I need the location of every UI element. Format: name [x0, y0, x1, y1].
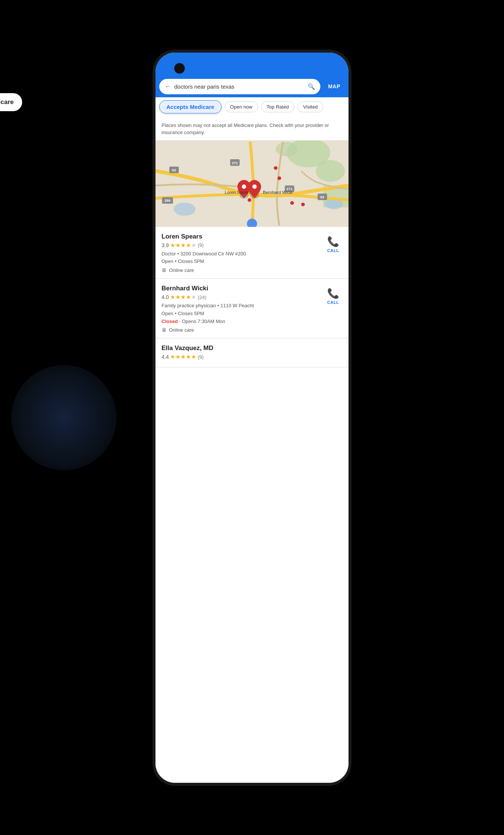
- svg-text:286: 286: [164, 198, 171, 202]
- rating-number: 3.9: [161, 242, 169, 248]
- filter-accepts-medicare[interactable]: Accepts Medicare: [159, 100, 222, 113]
- rating-row: 4.4 ★ ★ ★ ★ ★ (9): [161, 353, 343, 360]
- svg-point-18: [242, 184, 246, 189]
- search-bar-area: ← doctors near paris texas 🔍 MAP: [155, 53, 349, 97]
- rating-number: 4.4: [161, 354, 169, 360]
- svg-point-24: [290, 201, 294, 205]
- doctor-info-ella-vazquez: Ella Vazquez, MD 4.4 ★ ★ ★ ★ ★: [161, 344, 343, 362]
- star-5: ★: [191, 242, 196, 249]
- star-2: ★: [175, 294, 180, 300]
- map-svg: 82 271 271 82 286: [155, 140, 349, 227]
- closed-text: Closed: [161, 319, 178, 324]
- content-area: Places shown may not accept all Medicare…: [155, 116, 349, 783]
- online-care-row: 🖥 Online care: [161, 327, 320, 333]
- filter-top-rated[interactable]: Top Rated: [261, 101, 294, 112]
- online-care-text: Online care: [169, 267, 194, 273]
- back-arrow-icon[interactable]: ←: [164, 83, 171, 91]
- svg-point-20: [252, 184, 257, 189]
- star-2: ★: [175, 353, 180, 360]
- star-2: ★: [175, 242, 180, 249]
- star-3: ★: [181, 242, 186, 249]
- call-phone-icon: 📞: [327, 236, 339, 248]
- online-care-text: Online care: [169, 327, 194, 333]
- svg-point-21: [247, 198, 251, 202]
- background-blob: [11, 365, 116, 470]
- online-care-icon: 🖥: [161, 327, 167, 333]
- search-query: doctors near paris texas: [174, 83, 305, 90]
- call-label: CALL: [327, 248, 339, 253]
- star-1: ★: [170, 353, 175, 360]
- filter-row: Accepts Medicare Open now Top Rated Visi…: [155, 97, 349, 116]
- search-icon[interactable]: 🔍: [308, 83, 315, 90]
- doctor-status: Open • Closes 5PM: [161, 310, 320, 318]
- doctor-list: Loren Spears 3.9 ★ ★ ★ ★ ★ (9: [155, 227, 349, 368]
- call-button-loren-spears[interactable]: 📞 CALL: [324, 233, 343, 256]
- star-4: ★: [186, 294, 191, 300]
- online-care-row: 🖥 Online care: [161, 267, 320, 273]
- rating-row: 3.9 ★ ★ ★ ★ ★ (9): [161, 242, 320, 249]
- call-button-bernhard-wicki[interactable]: 📞 CALL: [324, 285, 343, 308]
- filter-visited[interactable]: Visited: [297, 101, 323, 112]
- call-label: CALL: [327, 300, 339, 305]
- svg-text:82: 82: [172, 168, 176, 172]
- doctor-item-bernhard-wicki[interactable]: Bernhard Wicki 4.0 ★ ★ ★ ★ ★: [155, 279, 349, 338]
- medicare-notice: Places shown may not accept all Medicare…: [155, 116, 349, 140]
- svg-point-25: [301, 202, 305, 206]
- svg-point-6: [174, 202, 195, 216]
- doctor-name: Loren Spears: [161, 233, 320, 240]
- online-care-icon: 🖥: [161, 267, 167, 273]
- review-count: (9): [198, 354, 204, 360]
- doctor-status: Open • Closes 5PM: [161, 258, 320, 266]
- star-3: ★: [181, 353, 186, 360]
- review-count: (9): [198, 242, 204, 248]
- doctor-name: Ella Vazquez, MD: [161, 344, 343, 352]
- tooltip-text: Accepts Medicare: [0, 98, 14, 106]
- svg-point-3: [276, 142, 297, 156]
- review-count: (24): [198, 294, 206, 300]
- svg-text:Bernhard Wicki: Bernhard Wicki: [263, 190, 293, 195]
- doctor-item-loren-spears[interactable]: Loren Spears 3.9 ★ ★ ★ ★ ★ (9: [155, 227, 349, 279]
- rating-row: 4.0 ★ ★ ★ ★ ★ (24): [161, 294, 320, 300]
- scene: Accepts Medicare ← doctors near paris te…: [0, 0, 504, 835]
- star-1: ★: [170, 294, 175, 300]
- doctor-item-ella-vazquez[interactable]: Ella Vazquez, MD 4.4 ★ ★ ★ ★ ★: [155, 338, 349, 367]
- star-3: ★: [181, 294, 186, 300]
- phone-screen: ← doctors near paris texas 🔍 MAP Accepts…: [155, 53, 349, 783]
- star-5: ★: [191, 294, 196, 300]
- doctor-info-bernhard-wicki: Bernhard Wicki 4.0 ★ ★ ★ ★ ★: [161, 285, 320, 333]
- doctor-specialty-address: Doctor • 3200 Downwood Cir NW #200: [161, 250, 320, 258]
- star-4: ★: [186, 353, 191, 360]
- map-button[interactable]: MAP: [323, 80, 345, 92]
- svg-point-2: [316, 160, 345, 181]
- star-5: ★: [191, 353, 196, 360]
- phone-frame: ← doctors near paris texas 🔍 MAP Accepts…: [152, 50, 352, 786]
- filter-open-now[interactable]: Open now: [225, 101, 258, 112]
- svg-point-23: [274, 166, 278, 170]
- doctor-closed-note: Closed · Opens 7:30AM Mon: [161, 318, 320, 326]
- stars: ★ ★ ★ ★ ★: [170, 353, 196, 360]
- svg-text:Loren Spears: Loren Spears: [225, 190, 251, 195]
- rating-number: 4.0: [161, 294, 169, 300]
- star-4: ★: [186, 242, 191, 249]
- svg-point-22: [278, 176, 281, 180]
- svg-text:271: 271: [232, 160, 238, 165]
- stars: ★ ★ ★ ★ ★: [170, 242, 196, 249]
- search-bar[interactable]: ← doctors near paris texas 🔍: [159, 79, 320, 94]
- star-1: ★: [170, 242, 175, 249]
- camera: [174, 63, 185, 74]
- stars: ★ ★ ★ ★ ★: [170, 294, 196, 300]
- call-phone-icon: 📞: [327, 288, 339, 299]
- doctor-name: Bernhard Wicki: [161, 285, 320, 292]
- doctor-info-loren-spears: Loren Spears 3.9 ★ ★ ★ ★ ★ (9: [161, 233, 320, 273]
- accepts-medicare-tooltip[interactable]: Accepts Medicare: [0, 93, 22, 111]
- doctor-specialty-address: Family practice physician • 1110 W Peach…: [161, 302, 320, 310]
- svg-text:82: 82: [320, 195, 324, 199]
- map-container[interactable]: 82 271 271 82 286: [155, 140, 349, 227]
